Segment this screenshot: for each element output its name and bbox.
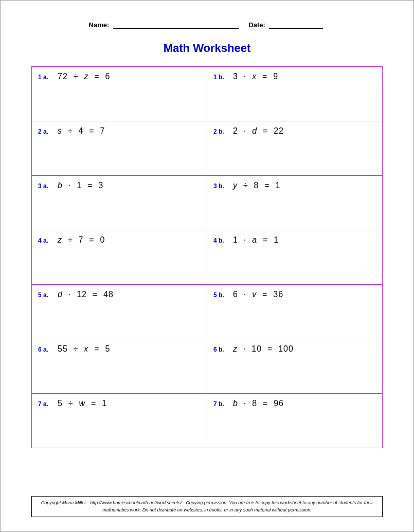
- problem-cell-b: 5 b.6 · v = 36: [207, 285, 383, 339]
- problem-equation: s ÷ 4 = 7: [55, 126, 105, 136]
- problem-label: 4 a.: [38, 235, 55, 244]
- worksheet-page: Name: Date: Math Worksheet 1 a.72 ÷ z = …: [0, 0, 414, 532]
- problem-label: 3 b.: [213, 181, 230, 190]
- problem-cell-b: 6 b.z · 10 = 100: [207, 339, 383, 394]
- problem-label: 7 b.: [213, 399, 230, 408]
- problem-cell-b: 2 b.2 · d = 22: [207, 121, 383, 176]
- problem-label: 2 a.: [38, 126, 55, 135]
- problem-label: 1 a.: [38, 72, 55, 81]
- problem-cell-a: 4 a.z ÷ 7 = 0: [32, 230, 207, 285]
- problem-cell-b: 3 b.y ÷ 8 = 1: [207, 176, 383, 230]
- problem-equation: 1 · a = 1: [230, 235, 279, 245]
- problem-equation: b · 8 = 96: [230, 399, 284, 408]
- problem-equation: b · 1 = 3: [55, 181, 103, 190]
- problem-label: 7 a.: [38, 399, 55, 408]
- problem-cell-a: 7 a.5 ÷ w = 1: [32, 394, 207, 448]
- problem-equation: 2 · d = 22: [230, 126, 284, 136]
- problem-grid: 1 a.72 ÷ z = 61 b.3 · x = 92 a.s ÷ 4 = 7…: [31, 66, 383, 448]
- problem-equation: z · 10 = 100: [230, 344, 294, 354]
- problem-label: 6 b.: [213, 344, 230, 353]
- problem-label: 2 b.: [213, 126, 230, 135]
- copyright-footer: Copyright Maria Miller - http://www.home…: [31, 496, 383, 517]
- name-blank: [113, 23, 239, 29]
- problem-label: 5 b.: [213, 290, 230, 299]
- date-blank: [269, 23, 323, 29]
- page-title: Math Worksheet: [31, 42, 383, 55]
- problem-label: 1 b.: [213, 72, 230, 81]
- problem-label: 3 a.: [38, 181, 55, 190]
- problem-row: 4 a.z ÷ 7 = 04 b.1 · a = 1: [32, 230, 383, 285]
- problem-cell-a: 1 a.72 ÷ z = 6: [32, 67, 207, 121]
- problem-equation: 72 ÷ z = 6: [55, 72, 110, 81]
- problem-label: 6 a.: [38, 344, 55, 353]
- header-line: Name: Date:: [31, 21, 383, 29]
- problem-cell-b: 7 b.b · 8 = 96: [207, 394, 383, 448]
- problem-row: 1 a.72 ÷ z = 61 b.3 · x = 9: [32, 67, 383, 121]
- problem-equation: y ÷ 8 = 1: [230, 181, 280, 190]
- problem-row: 2 a.s ÷ 4 = 72 b.2 · d = 22: [32, 121, 383, 176]
- problem-cell-b: 4 b.1 · a = 1: [207, 230, 383, 285]
- problem-equation: d · 12 = 48: [55, 290, 114, 299]
- problem-cell-a: 3 a.b · 1 = 3: [32, 176, 207, 230]
- problem-row: 3 a.b · 1 = 33 b.y ÷ 8 = 1: [32, 176, 383, 230]
- problem-equation: 5 ÷ w = 1: [55, 399, 107, 408]
- problem-cell-b: 1 b.3 · x = 9: [207, 67, 383, 121]
- name-label: Name:: [89, 21, 110, 29]
- problem-equation: 3 · x = 9: [230, 72, 278, 81]
- problem-cell-a: 6 a.55 ÷ x = 5: [32, 339, 207, 394]
- date-label: Date:: [248, 21, 265, 29]
- problem-equation: z ÷ 7 = 0: [55, 235, 105, 245]
- problem-row: 7 a.5 ÷ w = 17 b.b · 8 = 96: [32, 394, 383, 448]
- problem-label: 4 b.: [213, 235, 230, 244]
- problem-row: 5 a.d · 12 = 485 b.6 · v = 36: [32, 285, 383, 339]
- problem-label: 5 a.: [38, 290, 55, 299]
- problem-row: 6 a.55 ÷ x = 56 b.z · 10 = 100: [32, 339, 383, 394]
- problem-cell-a: 5 a.d · 12 = 48: [32, 285, 207, 339]
- problem-equation: 55 ÷ x = 5: [55, 344, 110, 354]
- problem-equation: 6 · v = 36: [230, 290, 283, 299]
- problem-cell-a: 2 a.s ÷ 4 = 7: [32, 121, 207, 176]
